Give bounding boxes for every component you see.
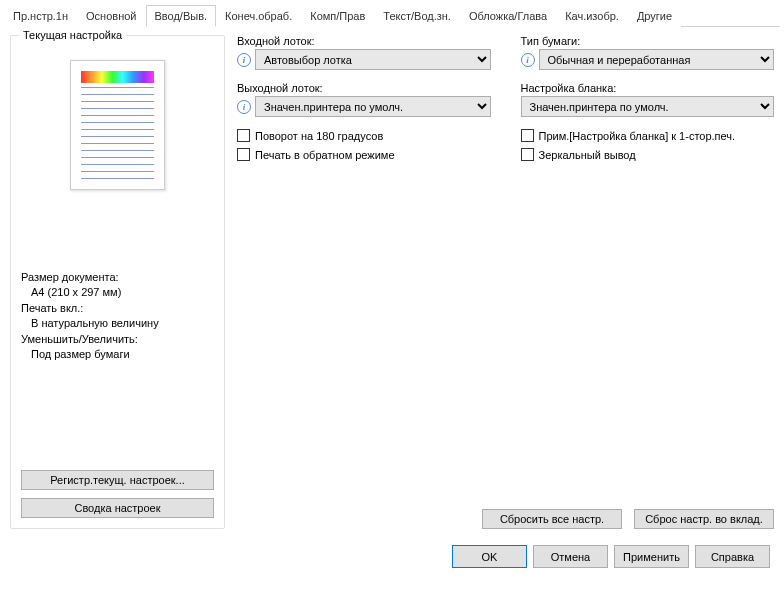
- reset-tab-button[interactable]: Сброс настр. во вклад.: [634, 509, 774, 529]
- mirror-output-label: Зеркальный вывод: [539, 149, 636, 161]
- tab-watermark[interactable]: Текст/Вод.зн.: [374, 5, 460, 27]
- tab-preset[interactable]: Пр.нстр.1н: [4, 5, 77, 27]
- preview-rainbow: [81, 71, 154, 83]
- input-tray-label: Входной лоток:: [237, 35, 491, 47]
- info-icon[interactable]: i: [237, 53, 251, 67]
- print-on-value: В натуральную величину: [31, 316, 214, 331]
- tab-quality[interactable]: Кач.изобр.: [556, 5, 628, 27]
- info-icon[interactable]: i: [237, 100, 251, 114]
- paper-type-select[interactable]: Обычная и переработанная: [539, 49, 775, 70]
- mirror-output-checkbox[interactable]: [521, 148, 534, 161]
- reverse-print-label: Печать в обратном режиме: [255, 149, 395, 161]
- zoom-value: Под размер бумаги: [31, 347, 214, 362]
- paper-type-label: Тип бумаги:: [521, 35, 775, 47]
- dialog-footer: OK Отмена Применить Справка: [0, 537, 784, 576]
- tab-cover[interactable]: Обложка/Глава: [460, 5, 556, 27]
- help-button[interactable]: Справка: [695, 545, 770, 568]
- rotate-180-checkbox[interactable]: [237, 129, 250, 142]
- io-settings-panel: Входной лоток: i Автовыбор лотка Тип бум…: [237, 35, 774, 529]
- doc-size-label: Размер документа:: [21, 270, 214, 285]
- settings-summary-button[interactable]: Сводка настроек: [21, 498, 214, 518]
- reverse-print-checkbox[interactable]: [237, 148, 250, 161]
- blank-apply-checkbox[interactable]: [521, 129, 534, 142]
- blank-apply-label: Прим.[Настройка бланка] к 1-стор.печ.: [539, 130, 736, 142]
- tab-other[interactable]: Другие: [628, 5, 681, 27]
- apply-button[interactable]: Применить: [614, 545, 689, 568]
- tab-bar: Пр.нстр.1н Основной Ввод/Выв. Конеч.обра…: [4, 4, 780, 27]
- doc-size-value: A4 (210 x 297 мм): [31, 285, 214, 300]
- print-on-label: Печать вкл.:: [21, 301, 214, 316]
- tab-layout[interactable]: Комп/Прав: [301, 5, 374, 27]
- preview-lines: [81, 87, 154, 179]
- input-tray-select[interactable]: Автовыбор лотка: [255, 49, 491, 70]
- tab-main[interactable]: Основной: [77, 5, 145, 27]
- blank-setup-label: Настройка бланка:: [521, 82, 775, 94]
- register-settings-button[interactable]: Регистр.текущ. настроек...: [21, 470, 214, 490]
- current-settings-panel: Текущая настройка Размер документа: A4 (…: [10, 35, 225, 529]
- output-tray-select[interactable]: Значен.принтера по умолч.: [255, 96, 491, 117]
- info-icon[interactable]: i: [521, 53, 535, 67]
- zoom-label: Уменьшить/Увеличить:: [21, 332, 214, 347]
- rotate-180-label: Поворот на 180 градусов: [255, 130, 383, 142]
- ok-button[interactable]: OK: [452, 545, 527, 568]
- page-preview: [70, 60, 165, 190]
- tab-io[interactable]: Ввод/Выв.: [146, 5, 217, 27]
- tab-finishing[interactable]: Конеч.обраб.: [216, 5, 301, 27]
- reset-all-button[interactable]: Сбросить все настр.: [482, 509, 622, 529]
- blank-setup-select[interactable]: Значен.принтера по умолч.: [521, 96, 775, 117]
- output-tray-label: Выходной лоток:: [237, 82, 491, 94]
- cancel-button[interactable]: Отмена: [533, 545, 608, 568]
- panel-title: Текущая настройка: [19, 29, 126, 41]
- document-info: Размер документа: A4 (210 x 297 мм) Печа…: [21, 270, 214, 362]
